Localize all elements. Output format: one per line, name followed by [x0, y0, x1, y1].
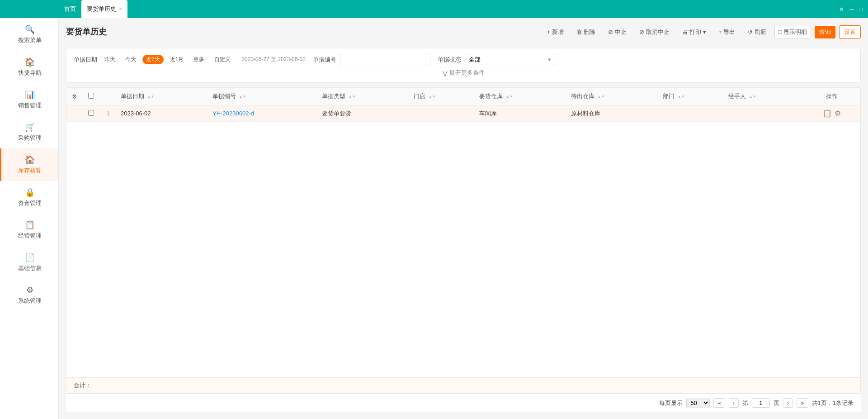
sort-dept-icon[interactable]: ▲▼	[678, 95, 685, 99]
expand-more-label: 展开更多条件	[449, 69, 485, 77]
operations-icon: 📋	[25, 220, 35, 230]
table-footer: 合计：	[66, 377, 860, 393]
expand-more-button[interactable]: ⋁ 展开更多条件	[74, 69, 853, 77]
export-button[interactable]: ↑ 导出	[714, 26, 740, 38]
sidebar-item-purchase-mgmt[interactable]: 🛒 采购管理	[0, 116, 58, 148]
tab-home-label: 首页	[64, 5, 76, 13]
sidebar-item-inventory-label: 库存核算	[18, 167, 42, 175]
new-button[interactable]: + 新增	[542, 26, 568, 38]
sort-pending-warehouse-icon[interactable]: ▲▼	[598, 95, 605, 99]
cancel-stop-button[interactable]: ⊘ 取消中止	[635, 26, 674, 38]
row-edit-icon[interactable]: 📋	[823, 109, 832, 118]
date-custom[interactable]: 自定义	[211, 55, 234, 64]
window-maximize-icon[interactable]: □	[859, 6, 863, 13]
stop-button[interactable]: ⊘ 中止	[604, 26, 631, 38]
next-page-button[interactable]: ›	[783, 398, 793, 408]
row-doc-number-link[interactable]: YH-20230602-d	[212, 110, 254, 117]
sort-store-icon[interactable]: ▲▼	[429, 95, 436, 99]
doc-number-label: 单据编号	[313, 56, 336, 64]
sidebar-item-inventory[interactable]: 🏠 库存核算	[0, 148, 58, 181]
export-button-label: ↑ 导出	[719, 28, 735, 36]
purchase-mgmt-icon: 🛒	[25, 122, 35, 132]
date-more[interactable]: 更多	[190, 55, 208, 64]
date-filter-item: 单据日期 昨天 今天 近7天 近1月 更多 自定义	[74, 55, 234, 64]
col-doc-number: 单据编号 ▲▼	[209, 88, 318, 105]
col-dept: 部门 ▲▼	[659, 88, 725, 105]
page-size-label: 每页显示	[659, 399, 683, 407]
tab-requisition-history[interactable]: 要货单历史 ×	[81, 0, 127, 18]
date-last7days[interactable]: 近7天	[142, 55, 164, 64]
row-checkbox[interactable]	[88, 110, 94, 116]
col-checkbox	[83, 88, 99, 105]
status-select-wrapper: 全部 草稿 已提交 已审核 已中止 ▾	[465, 54, 555, 65]
sidebar-item-search-menu[interactable]: 🔍 搜索菜单	[0, 18, 58, 51]
sidebar-item-operations-label: 经营管理	[18, 232, 42, 240]
row-doc-date-cell: 2023-06-02	[117, 105, 209, 122]
date-options: 昨天 今天 近7天 近1月 更多 自定义	[101, 55, 234, 64]
summary-label: 合计：	[74, 381, 91, 390]
sort-handler-icon[interactable]: ▲▼	[749, 95, 756, 99]
window-minimize-icon[interactable]: ─	[849, 6, 854, 13]
filter-panel: 单据日期 昨天 今天 近7天 近1月 更多 自定义 2023-05-27 至 2…	[66, 48, 861, 83]
sidebar: 🔍 搜索菜单 🏠 快捷导航 📊 销售管理 🛒 采购管理 🏠 库存核算 🔒 资金管…	[0, 18, 59, 419]
settings-button[interactable]: 设置	[839, 25, 861, 39]
date-today[interactable]: 今天	[122, 55, 140, 64]
query-button[interactable]: 查询	[815, 26, 835, 38]
sidebar-item-quick-nav[interactable]: 🏠 快捷导航	[0, 51, 58, 83]
delete-button[interactable]: 🗑 删除	[572, 26, 600, 38]
row-handler-cell	[725, 105, 803, 122]
sort-doc-number-icon[interactable]: ▲▼	[239, 95, 246, 99]
row-doc-number-cell: YH-20230602-d	[209, 105, 318, 122]
current-page-input[interactable]	[752, 398, 770, 408]
last-page-button[interactable]: »	[797, 398, 808, 408]
first-page-button[interactable]: «	[713, 398, 725, 408]
date-yesterday[interactable]: 昨天	[101, 55, 119, 64]
window-controls: ✕ ─ □	[839, 6, 863, 13]
sort-doc-type-icon[interactable]: ▲▼	[349, 95, 356, 99]
window-close-icon[interactable]: ✕	[839, 6, 844, 13]
settings-col-icon[interactable]: ⚙	[72, 93, 77, 100]
sidebar-item-operations[interactable]: 📋 经营管理	[0, 214, 58, 246]
select-all-checkbox[interactable]	[88, 93, 94, 99]
print-button-label: 🖨 打印 ▾	[682, 28, 706, 36]
pagination-bar: 每页显示 10 20 50 100 « ‹ 第 页 › » 共1页，1条记录	[66, 394, 861, 412]
date-last1month[interactable]: 近1月	[166, 55, 188, 64]
sort-req-warehouse-icon[interactable]: ▲▼	[506, 95, 513, 99]
sidebar-item-sales-mgmt[interactable]: 📊 销售管理	[0, 83, 58, 116]
system-mgmt-icon: ⚙	[26, 285, 33, 295]
table-header-row: ⚙ 单据日期 ▲▼ 单据编号 ▲▼	[66, 88, 860, 105]
sidebar-item-base-info[interactable]: 📄 基础信息	[0, 246, 58, 279]
status-label: 单据状态	[438, 56, 461, 64]
delete-button-label: 🗑 删除	[576, 28, 596, 36]
row-action-cell: 📋 ⚙	[803, 105, 860, 122]
tab-home[interactable]: 首页	[59, 0, 81, 18]
inventory-icon: 🏠	[25, 155, 35, 165]
doc-number-input[interactable]	[340, 54, 430, 65]
col-handler: 经手人 ▲▼	[725, 88, 803, 105]
toolbar: + 新增 🗑 删除 ⊘ 中止 ⊘ 取消中止 🖨 打印 ▾ ↑ 导出	[542, 25, 861, 39]
sidebar-item-finance[interactable]: 🔒 资金管理	[0, 181, 58, 214]
tab-close-icon[interactable]: ×	[119, 6, 122, 12]
page-size-select[interactable]: 10 20 50 100	[686, 398, 710, 408]
page-label: 第	[742, 399, 748, 407]
total-info: 共1页，1条记录	[812, 399, 854, 407]
stop-button-label: ⊘ 中止	[608, 28, 627, 36]
display-cell-button[interactable]: □ 显示明细	[774, 26, 811, 38]
col-action: 操作	[803, 88, 860, 105]
date-range-display: 2023-05-27 至 2023-06-02	[241, 56, 305, 63]
status-select[interactable]: 全部 草稿 已提交 已审核 已中止	[465, 54, 555, 65]
refresh-button[interactable]: ↺ 刷新	[743, 26, 771, 38]
row-req-warehouse-cell: 车间库	[476, 105, 567, 122]
col-row-num	[99, 88, 117, 105]
sort-doc-date-icon[interactable]: ▲▼	[147, 95, 155, 99]
row-num-cell: 1	[99, 105, 117, 122]
row-more-icon[interactable]: ⚙	[835, 109, 841, 118]
print-button[interactable]: 🖨 打印 ▾	[678, 26, 711, 38]
prev-page-button[interactable]: ‹	[729, 398, 739, 408]
display-cell-button-label: □ 显示明细	[778, 28, 807, 36]
sidebar-item-purchase-mgmt-label: 采购管理	[18, 134, 42, 142]
sidebar-item-base-info-label: 基础信息	[18, 264, 42, 272]
sidebar-item-system-mgmt-label: 系统管理	[18, 297, 42, 305]
sidebar-item-system-mgmt[interactable]: ⚙ 系统管理	[0, 279, 58, 311]
row-pending-warehouse-cell: 原材料仓库	[567, 105, 659, 122]
